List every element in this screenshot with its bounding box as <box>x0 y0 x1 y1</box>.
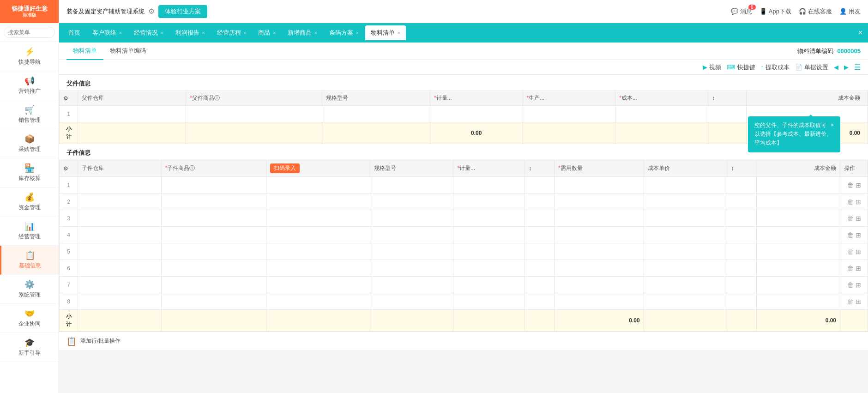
child-unit-cost-8[interactable] <box>644 293 727 310</box>
child-product-8[interactable] <box>161 293 266 310</box>
child-unit-3[interactable] <box>453 210 525 227</box>
tab-profit[interactable]: 利润报告 × <box>170 25 211 40</box>
tab-barcode[interactable]: 条码方案 × <box>324 25 364 40</box>
parent-produce-cell[interactable] <box>523 106 615 122</box>
child-unit-cost-7[interactable] <box>644 277 727 293</box>
copy-icon-5[interactable]: ⊞ <box>856 248 861 255</box>
sidebar-item-basic[interactable]: 📋 基础信息 <box>0 246 59 275</box>
online-service-item[interactable]: 🎧 在线客服 <box>799 7 832 16</box>
close-goods-icon[interactable]: × <box>273 30 276 36</box>
child-warehouse-5[interactable] <box>78 243 162 260</box>
copy-icon-7[interactable]: ⊞ <box>856 281 861 289</box>
close-customer-icon[interactable]: × <box>119 30 122 36</box>
extract-cost-btn[interactable]: ↑ 提取成本 <box>761 63 790 72</box>
tab-bom[interactable]: 物料清单 × <box>365 25 406 40</box>
child-unit-4[interactable] <box>453 227 525 243</box>
scan-btn[interactable]: 扫码录入 <box>270 163 300 173</box>
sidebar-item-inventory[interactable]: 🏪 库存核算 <box>0 158 59 187</box>
child-warehouse-2[interactable] <box>78 193 162 210</box>
sidebar-item-system[interactable]: ⚙️ 系统管理 <box>0 275 59 304</box>
child-col-settings[interactable]: ⚙ <box>60 160 78 177</box>
child-unit-5[interactable] <box>453 243 525 260</box>
sub-nav-bom-list[interactable]: 物料清单 <box>66 42 103 60</box>
delete-icon-2[interactable]: 🗑 <box>847 198 854 206</box>
child-unit-1[interactable] <box>453 177 525 193</box>
child-unit-cost-3[interactable] <box>644 210 727 227</box>
close-history-icon[interactable]: × <box>244 30 247 36</box>
tab-customer[interactable]: 客户联络 × <box>87 25 127 40</box>
child-spec-6[interactable] <box>370 260 453 277</box>
child-warehouse-7[interactable] <box>78 277 162 293</box>
tab-new-goods[interactable]: 新增商品 × <box>282 25 323 40</box>
delete-icon-5[interactable]: 🗑 <box>847 248 854 255</box>
sidebar-item-guide[interactable]: 🎓 新手引导 <box>0 333 59 362</box>
child-unit-7[interactable] <box>453 277 525 293</box>
child-spec-7[interactable] <box>370 277 453 293</box>
child-col-scan[interactable]: 扫码录入 <box>266 160 370 177</box>
child-unit-2[interactable] <box>453 193 525 210</box>
delete-icon-1[interactable]: 🗑 <box>847 181 854 189</box>
view-btn[interactable]: ▶ 视频 <box>703 63 721 72</box>
close-new-goods-icon[interactable]: × <box>314 30 317 36</box>
child-unit-cost-1[interactable] <box>644 177 727 193</box>
child-product-1[interactable] <box>161 177 266 193</box>
delete-icon-3[interactable]: 🗑 <box>847 215 854 222</box>
parent-col-settings[interactable]: ⚙ <box>60 91 78 106</box>
child-warehouse-8[interactable] <box>78 293 162 310</box>
child-unit-cost-6[interactable] <box>644 260 727 277</box>
child-unit-8[interactable] <box>453 293 525 310</box>
delete-icon-7[interactable]: 🗑 <box>847 281 854 289</box>
tab-home[interactable]: 首页 <box>63 25 86 40</box>
child-qty-7[interactable] <box>555 277 644 293</box>
child-qty-4[interactable] <box>555 227 644 243</box>
tooltip-close-btn[interactable]: × <box>831 121 834 130</box>
child-product-5[interactable] <box>161 243 266 260</box>
delete-icon-4[interactable]: 🗑 <box>847 231 854 239</box>
add-row-icon[interactable]: 📋 <box>66 336 77 346</box>
child-qty-8[interactable] <box>555 293 644 310</box>
parent-warehouse-cell[interactable] <box>78 106 186 122</box>
parent-product-cell[interactable] <box>186 106 322 122</box>
tab-goods[interactable]: 商品 × <box>253 25 281 40</box>
sidebar-item-operation[interactable]: 📊 经营管理 <box>0 217 59 246</box>
menu-icon[interactable]: ☰ <box>854 63 861 72</box>
child-product-7[interactable] <box>161 277 266 293</box>
sidebar-item-marketing[interactable]: 📢 营销推广 <box>0 71 59 100</box>
sub-nav-bom-code[interactable]: 物料清单编码 <box>103 42 152 60</box>
child-warehouse-1[interactable] <box>78 177 162 193</box>
child-warehouse-4[interactable] <box>78 227 162 243</box>
shortcut-btn[interactable]: ⌨ 快捷键 <box>727 63 755 72</box>
child-qty-2[interactable] <box>555 193 644 210</box>
close-all-tabs-icon[interactable]: × <box>856 27 864 39</box>
parent-spec-cell[interactable] <box>322 106 430 122</box>
child-qty-5[interactable] <box>555 243 644 260</box>
copy-icon-6[interactable]: ⊞ <box>856 265 861 272</box>
delete-icon-8[interactable]: 🗑 <box>847 298 854 305</box>
child-warehouse-6[interactable] <box>78 260 162 277</box>
child-unit-cost-4[interactable] <box>644 227 727 243</box>
child-unit-cost-5[interactable] <box>644 243 727 260</box>
copy-icon-1[interactable]: ⊞ <box>856 181 861 189</box>
sidebar-item-sales[interactable]: 🛒 销售管理 <box>0 100 59 129</box>
child-unit-6[interactable] <box>453 260 525 277</box>
child-product-4[interactable] <box>161 227 266 243</box>
sidebar-item-finance[interactable]: 💰 资金管理 <box>0 187 59 217</box>
child-spec-4[interactable] <box>370 227 453 243</box>
child-spec-1[interactable] <box>370 177 453 193</box>
single-setting-btn[interactable]: 📄 单据设置 <box>795 63 828 72</box>
user-item[interactable]: 👤 用友 <box>839 7 861 16</box>
child-product-3[interactable] <box>161 210 266 227</box>
child-spec-2[interactable] <box>370 193 453 210</box>
copy-icon-4[interactable]: ⊞ <box>856 231 861 239</box>
child-product-6[interactable] <box>161 260 266 277</box>
child-warehouse-3[interactable] <box>78 210 162 227</box>
sidebar-search-container[interactable] <box>0 23 59 42</box>
close-profit-icon[interactable]: × <box>202 30 205 36</box>
child-spec-5[interactable] <box>370 243 453 260</box>
child-spec-3[interactable] <box>370 210 453 227</box>
sidebar-item-enterprise[interactable]: 🤝 企业协同 <box>0 304 59 333</box>
child-product-2[interactable] <box>161 193 266 210</box>
child-unit-cost-2[interactable] <box>644 193 727 210</box>
experience-button[interactable]: 体验行业方案 <box>158 5 207 18</box>
message-icon-item[interactable]: 💬 消息 6 <box>731 7 752 16</box>
